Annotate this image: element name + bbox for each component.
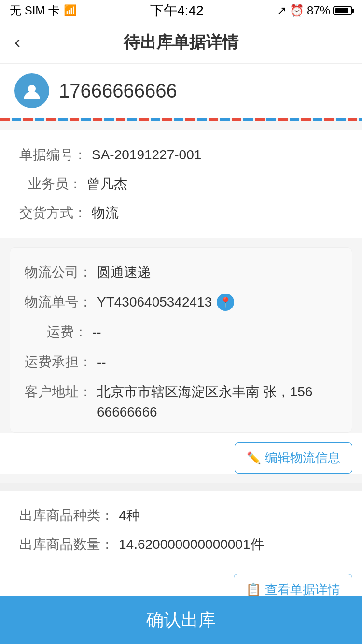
delivery-label: 交货方式：: [19, 203, 92, 223]
product-section: 出库商品种类： 4种 出库商品数量： 14.620000000000001件: [0, 491, 362, 569]
product-qty-value: 14.620000000000001件: [119, 534, 343, 555]
basic-info-section: 单据编号： SA-20191227-001 业务员： 曾凡杰 交货方式： 物流: [0, 130, 362, 238]
status-bar: 无 SIM 卡 📶 下午4:42 ↗ ⏰ 87%: [0, 0, 362, 21]
location-service-icon: ↗: [277, 4, 287, 17]
freight-label: 运费：: [25, 322, 92, 342]
freight-value: --: [92, 322, 337, 342]
nav-bar: ‹ 待出库单据详情: [0, 21, 362, 64]
freight-bear-label: 运费承担：: [25, 352, 97, 372]
product-type-value: 4种: [119, 505, 343, 526]
confirm-button-area[interactable]: 确认出库: [0, 596, 362, 644]
address-value: 北京市市辖区海淀区永丰南 张，156 66666666: [97, 382, 337, 422]
address-row: 客户地址： 北京市市辖区海淀区永丰南 张，156 66666666: [25, 382, 337, 422]
edit-logistics-container: ✏️ 编辑物流信息: [0, 433, 362, 474]
edit-logistics-button[interactable]: ✏️ 编辑物流信息: [235, 442, 352, 474]
freight-bear-value: --: [97, 352, 337, 372]
salesperson-value: 曾凡杰: [87, 174, 343, 194]
freight-bear-row: 运费承担： --: [25, 352, 337, 372]
delivery-row: 交货方式： 物流: [19, 203, 343, 223]
tracking-value-container: YT4306405342413 📍: [97, 292, 337, 312]
doc-icon: 📋: [246, 582, 261, 597]
wifi-icon: 📶: [64, 4, 77, 17]
tracking-row: 物流单号： YT4306405342413 📍: [25, 292, 337, 312]
tracking-label: 物流单号：: [25, 292, 97, 312]
doc-number-label: 单据编号：: [19, 145, 92, 165]
status-time: 下午4:42: [150, 1, 204, 20]
edit-logistics-label: 编辑物流信息: [265, 449, 340, 466]
salesperson-label: 业务员：: [19, 174, 87, 194]
product-type-label: 出库商品种类：: [19, 505, 119, 526]
product-qty-row: 出库商品数量： 14.620000000000001件: [19, 534, 343, 555]
doc-number-row: 单据编号： SA-20191227-001: [19, 145, 343, 165]
track-location-icon[interactable]: 📍: [217, 294, 234, 311]
product-qty-label: 出库商品数量：: [19, 534, 119, 555]
address-label: 客户地址：: [25, 382, 97, 402]
logistics-company-row: 物流公司： 圆通速递: [25, 262, 337, 282]
edit-icon: ✏️: [247, 451, 261, 465]
battery-icon: [333, 6, 352, 15]
avatar: [14, 73, 49, 108]
confirm-button-label: 确认出库: [146, 608, 216, 632]
section-divider: [0, 483, 362, 491]
dashed-divider: [0, 118, 362, 121]
doc-number-value: SA-20191227-001: [92, 145, 343, 165]
back-button[interactable]: ‹: [14, 32, 20, 53]
alarm-icon: ⏰: [290, 4, 304, 17]
logistics-company-value: 圆通速递: [97, 262, 337, 282]
salesperson-row: 业务员： 曾凡杰: [19, 174, 343, 194]
status-right: ↗ ⏰ 87%: [277, 4, 352, 17]
product-type-row: 出库商品种类： 4种: [19, 505, 343, 526]
tracking-number: YT4306405342413: [97, 292, 212, 312]
logistics-section: 物流公司： 圆通速递 物流单号： YT4306405342413 📍 运费： -…: [10, 247, 352, 433]
page-title: 待出库单据详情: [124, 31, 238, 54]
logistics-company-label: 物流公司：: [25, 262, 97, 282]
delivery-value: 物流: [92, 203, 343, 223]
customer-header: 17666666666: [0, 64, 362, 118]
carrier-text: 无 SIM 卡: [10, 3, 60, 18]
freight-row: 运费： --: [25, 322, 337, 342]
status-left: 无 SIM 卡 📶: [10, 3, 77, 18]
customer-phone: 17666666666: [59, 80, 177, 102]
battery-percent: 87%: [307, 4, 330, 17]
